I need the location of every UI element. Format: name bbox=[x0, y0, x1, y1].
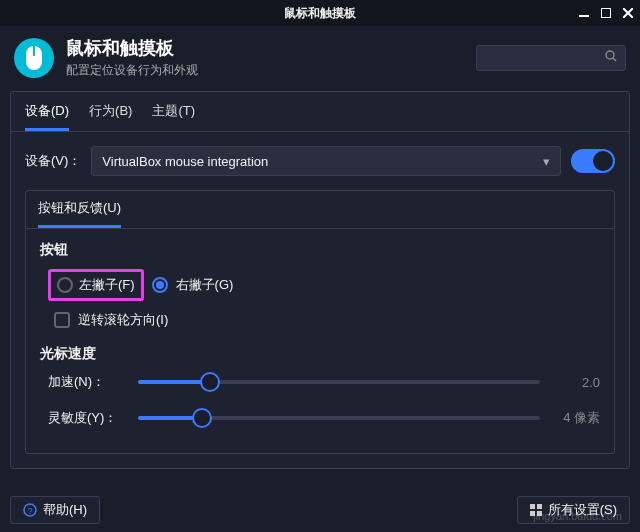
buttons-section: 按钮 左撇子(F) 右撇子(G) 逆转滚轮方向(I) bbox=[26, 229, 614, 333]
cursor-section: 光标速度 加速(N)： 2.0 灵敏度(Y)： 4 像素 bbox=[26, 333, 614, 449]
header-text: 鼠标和触摸板 配置定位设备行为和外观 bbox=[66, 36, 198, 79]
search-input[interactable] bbox=[476, 45, 626, 71]
tab-theme[interactable]: 主题(T) bbox=[152, 102, 195, 131]
minimize-icon[interactable] bbox=[578, 7, 590, 19]
tab-buttons-feedback[interactable]: 按钮和反馈(U) bbox=[38, 199, 121, 228]
device-label: 设备(V)： bbox=[25, 152, 81, 170]
sens-row: 灵敏度(Y)： 4 像素 bbox=[48, 409, 600, 427]
svg-text:?: ? bbox=[27, 506, 32, 516]
tab-behavior[interactable]: 行为(B) bbox=[89, 102, 132, 131]
help-button[interactable]: ? 帮助(H) bbox=[10, 496, 100, 524]
inner-frame: 按钮和反馈(U) 按钮 左撇子(F) 右撇子(G) 逆转滚轮方向(I) bbox=[25, 190, 615, 454]
header: 鼠标和触摸板 配置定位设备行为和外观 bbox=[0, 26, 640, 91]
sens-slider-thumb[interactable] bbox=[192, 408, 212, 428]
inner-tabs: 按钮和反馈(U) bbox=[26, 191, 614, 229]
device-row: 设备(V)： VirtualBox mouse integration ▾ bbox=[25, 146, 615, 176]
right-handed-radio[interactable] bbox=[152, 277, 168, 293]
svg-line-7 bbox=[613, 58, 616, 61]
device-combobox[interactable]: VirtualBox mouse integration ▾ bbox=[91, 146, 561, 176]
chevron-down-icon: ▾ bbox=[543, 154, 550, 169]
tabs: 设备(D) 行为(B) 主题(T) bbox=[11, 92, 629, 132]
window-controls bbox=[578, 0, 634, 26]
accel-slider[interactable] bbox=[138, 380, 540, 384]
reverse-scroll-checkbox[interactable] bbox=[54, 312, 70, 328]
all-settings-button[interactable]: 所有设置(S) bbox=[517, 496, 630, 524]
page-title: 鼠标和触摸板 bbox=[66, 36, 198, 60]
left-handed-radio[interactable] bbox=[57, 277, 73, 293]
bottom-bar: ? 帮助(H) 所有设置(S) bbox=[10, 496, 630, 524]
grid-icon bbox=[530, 504, 542, 516]
accel-slider-thumb[interactable] bbox=[200, 372, 220, 392]
main-frame: 设备(D) 行为(B) 主题(T) 设备(V)： VirtualBox mous… bbox=[10, 91, 630, 469]
svg-rect-13 bbox=[537, 511, 542, 516]
device-toggle[interactable] bbox=[571, 149, 615, 173]
svg-rect-11 bbox=[537, 504, 542, 509]
tab-content: 设备(V)： VirtualBox mouse integration ▾ 按钮… bbox=[11, 132, 629, 468]
svg-point-6 bbox=[606, 51, 614, 59]
svg-rect-10 bbox=[530, 504, 535, 509]
accel-value: 2.0 bbox=[550, 375, 600, 390]
help-icon: ? bbox=[23, 503, 37, 517]
mouse-icon bbox=[14, 38, 54, 78]
reverse-scroll-label[interactable]: 逆转滚轮方向(I) bbox=[78, 311, 168, 329]
close-icon[interactable] bbox=[622, 7, 634, 19]
all-settings-label: 所有设置(S) bbox=[548, 501, 617, 519]
accel-row: 加速(N)： 2.0 bbox=[48, 373, 600, 391]
search-icon bbox=[605, 50, 617, 65]
titlebar: 鼠标和触摸板 bbox=[0, 0, 640, 26]
left-handed-label[interactable]: 左撇子(F) bbox=[79, 276, 135, 294]
device-selected: VirtualBox mouse integration bbox=[102, 154, 268, 169]
page-subtitle: 配置定位设备行为和外观 bbox=[66, 62, 198, 79]
window-title: 鼠标和触摸板 bbox=[284, 5, 356, 22]
svg-rect-0 bbox=[579, 15, 589, 17]
reverse-scroll-row: 逆转滚轮方向(I) bbox=[54, 311, 600, 329]
right-handed-label[interactable]: 右撇子(G) bbox=[176, 276, 234, 294]
help-label: 帮助(H) bbox=[43, 501, 87, 519]
accel-label: 加速(N)： bbox=[48, 373, 128, 391]
tab-device[interactable]: 设备(D) bbox=[25, 102, 69, 131]
cursor-title: 光标速度 bbox=[40, 345, 600, 363]
svg-rect-1 bbox=[601, 8, 611, 18]
sens-label: 灵敏度(Y)： bbox=[48, 409, 128, 427]
buttons-title: 按钮 bbox=[40, 241, 600, 259]
handedness-row: 左撇子(F) 右撇子(G) bbox=[48, 269, 600, 301]
sens-slider[interactable] bbox=[138, 416, 540, 420]
sens-value: 4 像素 bbox=[550, 409, 600, 427]
left-handed-highlight: 左撇子(F) bbox=[48, 269, 144, 301]
svg-rect-12 bbox=[530, 511, 535, 516]
maximize-icon[interactable] bbox=[600, 7, 612, 19]
